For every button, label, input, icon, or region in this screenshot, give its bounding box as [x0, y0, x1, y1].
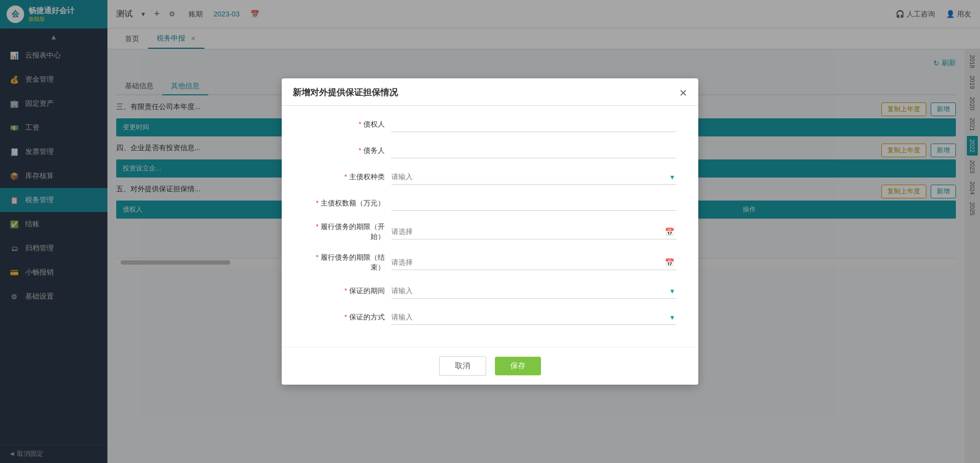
claim-amount-label: * 主债权数额（万元） — [304, 198, 391, 208]
cancel-button[interactable]: 取消 — [439, 356, 486, 376]
form-row-debtor: * 债务人 — [304, 143, 676, 158]
guarantee-period-select-wrap: ▾ — [391, 283, 676, 299]
form-row-period-start: * 履行债务的期限（开始） 📅 — [304, 222, 676, 242]
guarantee-method-label: * 保证的方式 — [304, 312, 391, 322]
form-row-guarantee-period: * 保证的期间 ▾ — [304, 283, 676, 299]
save-button[interactable]: 保存 — [495, 357, 541, 375]
form-row-creditor: * 债权人 — [304, 117, 676, 132]
period-end-calendar-icon[interactable]: 📅 — [665, 258, 676, 267]
guarantee-method-input[interactable] — [391, 310, 670, 324]
period-start-calendar-icon[interactable]: 📅 — [665, 227, 676, 236]
claim-type-select-wrap: ▾ — [391, 169, 676, 185]
form-row-claim-type: * 主债权种类 ▾ — [304, 169, 676, 185]
period-end-label: * 履行债务的期限（结束） — [304, 253, 391, 272]
dialog-close-btn[interactable]: ✕ — [679, 88, 687, 98]
debtor-label: * 债务人 — [304, 146, 391, 156]
period-end-date-wrap: 📅 — [391, 255, 676, 270]
dialog-body: * 债权人 * 债务人 * 主债权种类 — [282, 106, 698, 347]
claim-type-input[interactable] — [391, 169, 670, 184]
form-row-guarantee-method: * 保证的方式 ▾ — [304, 310, 676, 325]
creditor-label: * 债权人 — [304, 119, 391, 129]
claim-type-label: * 主债权种类 — [304, 172, 391, 182]
dialog: 新增对外提供保证担保情况 ✕ * 债权人 * 债务人 — [282, 78, 698, 385]
guarantee-method-chevron-icon[interactable]: ▾ — [670, 313, 676, 322]
claim-type-chevron-icon[interactable]: ▾ — [670, 173, 676, 181]
period-end-input[interactable] — [391, 255, 665, 270]
debtor-input[interactable] — [391, 143, 676, 158]
guarantee-period-chevron-icon[interactable]: ▾ — [670, 287, 676, 295]
dialog-footer: 取消 保存 — [282, 347, 698, 385]
claim-amount-input[interactable] — [391, 196, 676, 211]
modal-overlay: 新增对外提供保证担保情况 ✕ * 债权人 * 债务人 — [0, 0, 980, 463]
period-start-label: * 履行债务的期限（开始） — [304, 222, 391, 242]
dialog-title: 新增对外提供保证担保情况 — [293, 87, 398, 99]
creditor-input[interactable] — [391, 117, 676, 132]
guarantee-period-label: * 保证的期间 — [304, 286, 391, 296]
guarantee-period-input[interactable] — [391, 283, 670, 298]
period-start-input[interactable] — [391, 224, 665, 239]
form-row-claim-amount: * 主债权数额（万元） — [304, 196, 676, 211]
form-row-period-end: * 履行债务的期限（结束） 📅 — [304, 253, 676, 272]
period-start-date-wrap: 📅 — [391, 224, 676, 239]
guarantee-method-select-wrap: ▾ — [391, 310, 676, 325]
dialog-header: 新增对外提供保证担保情况 ✕ — [282, 78, 698, 106]
